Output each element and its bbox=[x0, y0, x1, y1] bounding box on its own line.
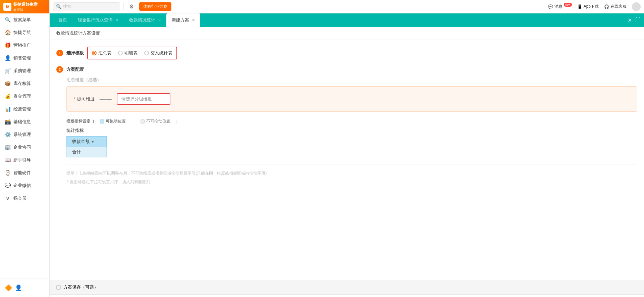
app-logo: 畅 bbox=[3, 3, 11, 11]
sidebar-header: 畅 畅捷通好生意 标准版 bbox=[0, 0, 49, 13]
sidebar-item-sales[interactable]: 👤 销售管理 bbox=[0, 52, 49, 64]
metrics-sep bbox=[131, 118, 135, 124]
metrics-close-bracket: ） bbox=[176, 118, 180, 124]
sidebar-item-label: 销售管理 bbox=[13, 55, 31, 61]
download-label: App下载 bbox=[584, 4, 599, 9]
dimension-row: * 纵向维度 —— 请选择分组维度 bbox=[73, 93, 630, 105]
step2-title: 方案配置 bbox=[66, 66, 84, 72]
search-icon: 🔍 bbox=[56, 4, 61, 9]
sidebar-item-system[interactable]: ⚙️ 系统管理 bbox=[0, 128, 49, 141]
radio-cross-dot bbox=[144, 51, 149, 55]
tab-bank-flow[interactable]: 现金银行流水查询 ✕ bbox=[72, 13, 124, 27]
metric-header[interactable]: 收款金额 ▼ bbox=[66, 136, 107, 147]
sidebar-item-search-menu[interactable]: 🔍 搜索菜单 bbox=[0, 13, 49, 26]
page-header: 收款情况统计方案设置 bbox=[50, 27, 644, 40]
sidebar-item-marketing[interactable]: 🎁 营销推广 bbox=[0, 39, 49, 52]
smart-hw-icon: ⌚ bbox=[5, 170, 11, 176]
sidebar-footer-item1[interactable]: 🔶 👤 bbox=[0, 282, 49, 294]
topbar-search[interactable]: 🔍 搜索 bbox=[53, 2, 120, 11]
metrics-column: 收款金额 ▼ 合计 bbox=[66, 136, 107, 157]
sidebar: 畅 畅捷通好生意 标准版 🔍 搜索菜单 🏠 快捷导航 🎁 营销推广 👤 销售管理… bbox=[0, 0, 50, 297]
sidebar-item-label: 企业协同 bbox=[13, 144, 31, 150]
metrics-legend: 模板指标设定（ 可拖动位置 不可拖动位置 ） bbox=[66, 118, 637, 124]
metrics-label: 统计指标 bbox=[66, 128, 637, 134]
sales-icon: 👤 bbox=[5, 55, 11, 61]
notification-icon: 💬 bbox=[548, 4, 553, 9]
sidebar-item-finance[interactable]: 💰 资金管理 bbox=[0, 90, 49, 103]
sidebar-item-purchase[interactable]: 🛒 采购管理 bbox=[0, 64, 49, 77]
sidebar-item-smart-hw[interactable]: ⌚ 智能硬件 bbox=[0, 166, 49, 179]
marketing-icon: 🎁 bbox=[5, 42, 11, 48]
notification-button[interactable]: 💬 消息 99+ bbox=[548, 4, 572, 9]
dimension-label: 汇总维度（必选） bbox=[66, 77, 637, 83]
tab-bank-flow-label: 现金银行流水查询 bbox=[78, 17, 113, 23]
metrics-table: 收款金额 ▼ 合计 bbox=[66, 136, 637, 157]
metric-header-label: 收款金额 bbox=[72, 139, 90, 145]
topbar: 🔍 搜索 ⚙ 体验行业方案 💬 消息 99+ 📱 App下载 🎧 在线客服 bbox=[50, 0, 644, 13]
tips-section: 提示： 1.拖动标题栏可以调整布局，不可跨维度或指标区域拖动栏目字段(只能在同一… bbox=[66, 164, 637, 186]
radio-cross[interactable]: 交叉统计表 bbox=[144, 50, 172, 56]
sidebar-item-wechat[interactable]: 💬 企业微信 bbox=[0, 179, 49, 192]
sidebar-item-label: 营销推广 bbox=[13, 42, 31, 48]
sidebar-nav: 🔍 搜索菜单 🏠 快捷导航 🎁 营销推广 👤 销售管理 🛒 采购管理 📦 库存核… bbox=[0, 13, 49, 279]
tab-collection-stats-close[interactable]: ✕ bbox=[158, 18, 161, 22]
sidebar-item-label: 系统管理 bbox=[13, 132, 31, 138]
tab-home-label: 首页 bbox=[58, 17, 67, 23]
sidebar-item-member[interactable]: V 畅会员 bbox=[0, 192, 49, 205]
save-checkbox[interactable] bbox=[56, 285, 61, 290]
sidebar-item-label: 资金管理 bbox=[13, 93, 31, 99]
content-area: 1 选择模板 汇总表 明细表 交叉统计表 bbox=[50, 40, 644, 280]
tip2: 2.点击标题栏下拉可设置排序、插入列和删除列 bbox=[66, 179, 637, 186]
sidebar-item-guide[interactable]: 📖 新手引导 bbox=[0, 154, 49, 166]
sidebar-item-operations[interactable]: 📊 经营管理 bbox=[0, 103, 49, 115]
step1-header: 1 选择模板 汇总表 明细表 交叉统计表 bbox=[56, 47, 637, 59]
sidebar-item-label: 智能硬件 bbox=[13, 170, 31, 176]
online-service-button[interactable]: 🎧 在线客服 bbox=[604, 4, 627, 9]
tab-new-plan-close[interactable]: ✕ bbox=[192, 18, 195, 22]
radio-summary[interactable]: 汇总表 bbox=[92, 50, 111, 56]
radio-detail[interactable]: 明细表 bbox=[118, 50, 138, 56]
dimension-select[interactable]: 请选择分组维度 bbox=[117, 93, 170, 105]
service-icon: 🎧 bbox=[604, 4, 609, 9]
tab-new-plan-label: 新建方案 bbox=[172, 17, 189, 23]
dimension-row-label: * 纵向维度 bbox=[73, 96, 95, 102]
purchase-icon: 🛒 bbox=[5, 68, 11, 74]
page-content: 收款情况统计方案设置 1 选择模板 汇总表 明细表 bbox=[50, 27, 644, 297]
sidebar-item-enterprise[interactable]: 🏢 企业协同 bbox=[0, 141, 49, 154]
industry-plan-button[interactable]: 体验行业方案 bbox=[139, 2, 171, 11]
sidebar-item-label: 快捷导航 bbox=[13, 30, 31, 36]
sidebar-item-inventory[interactable]: 📦 库存核算 bbox=[0, 77, 49, 90]
tabbar: 首页 现金银行流水查询 ✕ 收款情况统计 ✕ 新建方案 ✕ ✕ ⛶ bbox=[50, 13, 644, 27]
vertical-dimension-label: 纵向维度 bbox=[77, 96, 95, 101]
tab-close-all-icon[interactable]: ✕ bbox=[628, 17, 632, 23]
sidebar-item-quick-nav[interactable]: 🏠 快捷导航 bbox=[0, 26, 49, 39]
main-area: 🔍 搜索 ⚙ 体验行业方案 💬 消息 99+ 📱 App下载 🎧 在线客服 bbox=[50, 0, 644, 297]
settings-icon[interactable]: ⚙ bbox=[127, 2, 136, 11]
tab-new-plan[interactable]: 新建方案 ✕ bbox=[166, 13, 200, 27]
sidebar-item-label: 畅会员 bbox=[13, 195, 26, 201]
user-avatar[interactable] bbox=[632, 2, 641, 11]
legend-draggable: 可拖动位置 bbox=[100, 118, 126, 124]
sidebar-item-basic-info[interactable]: 🗃️ 基础信息 bbox=[0, 115, 49, 128]
metrics-section: 模板指标设定（ 可拖动位置 不可拖动位置 ） bbox=[66, 118, 637, 157]
tabbar-actions: ✕ ⛶ bbox=[628, 17, 644, 23]
notification-label: 消息 bbox=[554, 4, 562, 9]
step2-section: 2 方案配置 汇总维度（必选） * 纵向维度 —— bbox=[56, 66, 637, 186]
basic-info-icon: 🗃️ bbox=[5, 119, 11, 125]
tab-home[interactable]: 首页 bbox=[53, 13, 72, 27]
save-label: 方案保存（可选） bbox=[63, 284, 98, 290]
enterprise-icon: 🏢 bbox=[5, 144, 11, 150]
dimension-placeholder: 请选择分组维度 bbox=[121, 96, 152, 101]
tab-maximize-icon[interactable]: ⛶ bbox=[635, 17, 641, 23]
step2-content: 汇总维度（必选） * 纵向维度 —— 请选择分组维度 bbox=[66, 77, 637, 186]
radio-summary-label: 汇总表 bbox=[98, 50, 111, 56]
tab-bank-flow-close[interactable]: ✕ bbox=[115, 18, 118, 22]
sidebar-footer: 🔶 👤 bbox=[0, 279, 49, 297]
dimension-arrow: —— bbox=[100, 96, 112, 103]
save-section: 方案保存（可选） bbox=[50, 280, 644, 294]
radio-detail-dot bbox=[118, 51, 123, 55]
tab-collection-stats[interactable]: 收款情况统计 ✕ bbox=[124, 13, 166, 27]
legend-fixed-dot bbox=[141, 119, 145, 123]
topbar-divider bbox=[123, 3, 124, 10]
app-download-button[interactable]: 📱 App下载 bbox=[577, 4, 599, 9]
